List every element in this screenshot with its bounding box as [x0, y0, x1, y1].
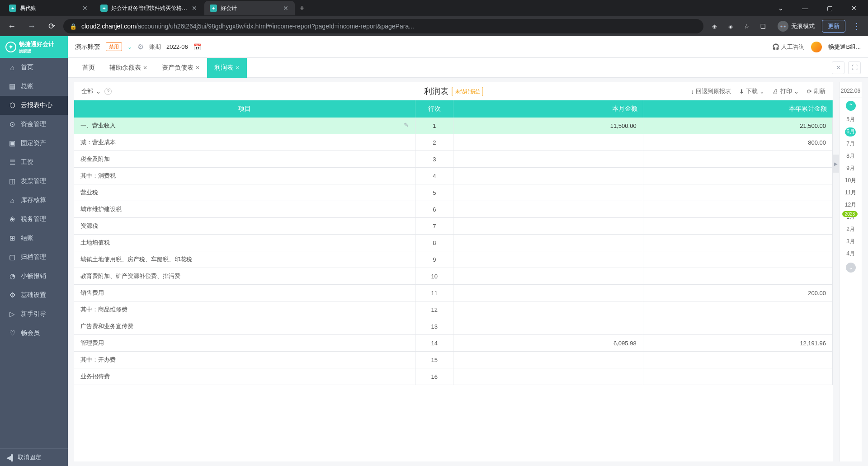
- sidebar-item[interactable]: ⚙基础设置: [0, 286, 68, 305]
- month-item[interactable]: 6月: [845, 126, 856, 138]
- sidebar-item[interactable]: ◫发票管理: [0, 172, 68, 191]
- cell-year: 800.00: [643, 134, 832, 151]
- table-row[interactable]: 减：营业成本 2 800.00: [74, 134, 833, 151]
- table-row[interactable]: 其中：商品维修费 12: [74, 301, 833, 318]
- sidebar-item[interactable]: ⊞结账: [0, 229, 68, 248]
- table-row[interactable]: 营业税 5: [74, 184, 833, 201]
- back-button[interactable]: ←: [4, 18, 20, 34]
- account-caret-icon[interactable]: ⌄: [127, 44, 132, 50]
- month-item[interactable]: 8月: [845, 150, 856, 162]
- month-item[interactable]: 10月: [845, 174, 856, 187]
- table-row[interactable]: 一、营业收入✎ 1 11,500.00 21,500.00: [74, 118, 833, 134]
- table-row[interactable]: 教育费附加、矿产资源补偿费、排污费 10: [74, 268, 833, 285]
- edit-icon[interactable]: ✎: [404, 122, 409, 128]
- tab-close-icon[interactable]: ✕: [81, 5, 89, 12]
- tab-close-icon[interactable]: ✕: [191, 5, 198, 12]
- table-row[interactable]: 广告费和业务宣传费 13: [74, 318, 833, 335]
- period-value[interactable]: 2022-06: [166, 43, 188, 50]
- month-item[interactable]: 4月: [845, 248, 856, 260]
- app-tab[interactable]: 利润表✕: [207, 58, 247, 78]
- table-row[interactable]: 城镇土地使用税、房产税、车船税、印花税 9: [74, 251, 833, 268]
- sidebar-item[interactable]: ▤总账: [0, 77, 68, 96]
- table-row[interactable]: 资源税 7: [74, 218, 833, 235]
- update-button[interactable]: 更新: [822, 20, 845, 33]
- month-item[interactable]: 11月: [845, 187, 856, 199]
- table-row[interactable]: 业务招待费 16: [74, 368, 833, 385]
- logo-subtitle: 旗舰版: [19, 48, 54, 54]
- table-row[interactable]: 其中：开办费 15: [74, 352, 833, 368]
- sidebar-item[interactable]: ▢归档管理: [0, 248, 68, 267]
- cell-year: [643, 218, 832, 235]
- close-all-tabs-button[interactable]: ✕: [832, 61, 844, 74]
- report-area: 全部 ⌄ ? 利润表 未结转损益 ↓回退到原报表 ⬇下载⌄ 🖨打印⌄ ⟳刷新: [74, 82, 833, 461]
- table-row[interactable]: 其中：消费税 4: [74, 168, 833, 184]
- user-name[interactable]: 畅捷通B组...: [828, 43, 861, 51]
- table-wrap[interactable]: 项目 行次 本月金额 本年累计金额 一、营业收入✎ 1 11,500.00 21…: [74, 100, 833, 461]
- url-bar[interactable]: 🔒 cloud2.chanjet.com/accounting/uh26t264…: [63, 19, 703, 33]
- extensions-icon[interactable]: ❏: [756, 19, 770, 33]
- year-label[interactable]: 2022.06: [840, 84, 862, 98]
- sidebar-item[interactable]: ⌂首页: [0, 58, 68, 77]
- close-icon[interactable]: ✕: [235, 65, 240, 71]
- close-icon[interactable]: ✕: [195, 65, 200, 71]
- tab-title: 好会计财务管理软件购买价格及费: [111, 5, 191, 12]
- extension-icon[interactable]: ◈: [723, 19, 738, 33]
- calendar-icon[interactable]: 📅: [193, 43, 201, 51]
- month-item[interactable]: 5月: [845, 113, 856, 126]
- forward-button[interactable]: →: [24, 18, 40, 34]
- month-item[interactable]: 9月: [845, 162, 856, 174]
- browser-tab[interactable]: ✦易代账✕: [4, 1, 94, 15]
- sidebar-item[interactable]: ◔小畅报销: [0, 267, 68, 286]
- minimize-button[interactable]: ―: [795, 1, 816, 15]
- filter-dropdown[interactable]: 全部 ⌄: [81, 87, 101, 95]
- sidebar-item[interactable]: ☰工资: [0, 153, 68, 172]
- help-icon[interactable]: ?: [104, 88, 112, 95]
- support-link[interactable]: 🎧 人工咨询: [772, 43, 805, 51]
- bookmark-icon[interactable]: ☆: [740, 19, 754, 33]
- sidebar-item[interactable]: ♡畅会员: [0, 324, 68, 343]
- new-tab-button[interactable]: +: [296, 2, 308, 14]
- table-row[interactable]: 土地增值税 8: [74, 235, 833, 251]
- app-tab[interactable]: 辅助余额表✕: [102, 58, 155, 78]
- user-avatar[interactable]: [811, 42, 822, 52]
- close-icon[interactable]: ✕: [143, 65, 147, 71]
- menu-button[interactable]: ⋮: [849, 21, 864, 31]
- reset-button[interactable]: ↓回退到原报表: [691, 87, 731, 95]
- sidebar-item[interactable]: ▣固定资产: [0, 134, 68, 153]
- month-item[interactable]: 2月: [845, 223, 856, 235]
- print-button[interactable]: 🖨打印⌄: [773, 87, 799, 95]
- account-name[interactable]: 演示账套: [75, 43, 100, 51]
- month-item[interactable]: 12月: [845, 199, 856, 211]
- scroll-down-button[interactable]: ⌄: [846, 263, 856, 273]
- month-item[interactable]: 3月: [845, 235, 856, 248]
- gear-icon[interactable]: ⚙: [137, 42, 144, 51]
- table-row[interactable]: 税金及附加 3: [74, 151, 833, 168]
- table-row[interactable]: 管理费用 14 6,095.98 12,191.96: [74, 335, 833, 352]
- sidebar-item[interactable]: ❀税务管理: [0, 210, 68, 229]
- fullscreen-button[interactable]: ⛶: [848, 61, 861, 74]
- lock-icon: 🔒: [70, 23, 77, 30]
- tab-close-icon[interactable]: ✕: [282, 5, 289, 12]
- sidebar-item[interactable]: ⊙资金管理: [0, 115, 68, 134]
- maximize-button[interactable]: ▢: [819, 1, 840, 15]
- logo[interactable]: ✦ 畅捷通好会计 旗舰版: [0, 36, 68, 58]
- download-button[interactable]: ⬇下载⌄: [739, 87, 764, 95]
- table-row[interactable]: 城市维护建设税 6: [74, 201, 833, 218]
- search-icon[interactable]: ⊕: [707, 19, 722, 33]
- app-tab[interactable]: 首页: [75, 58, 102, 78]
- unpin-button[interactable]: ◀▌ 取消固定: [0, 448, 68, 466]
- sidebar-item[interactable]: ⌂库存核算: [0, 191, 68, 210]
- caret-down-icon[interactable]: ⌄: [770, 1, 791, 15]
- month-item[interactable]: 7月: [845, 138, 856, 150]
- browser-tab[interactable]: ✦好会计✕: [204, 1, 295, 15]
- sidebar-item[interactable]: ▷新手引导: [0, 305, 68, 324]
- close-window-button[interactable]: ✕: [844, 1, 864, 15]
- app-tab[interactable]: 资产负债表✕: [155, 58, 207, 78]
- reload-button[interactable]: ⟳: [43, 18, 60, 34]
- browser-tab[interactable]: ✦好会计财务管理软件购买价格及费✕: [95, 1, 203, 15]
- table-row[interactable]: 销售费用 11 200.00: [74, 285, 833, 301]
- expand-handle[interactable]: ▶: [833, 155, 839, 173]
- refresh-button[interactable]: ⟳刷新: [807, 87, 826, 95]
- sidebar-item[interactable]: ⬡云报表中心: [0, 96, 68, 115]
- scroll-up-button[interactable]: ⌃: [846, 101, 856, 111]
